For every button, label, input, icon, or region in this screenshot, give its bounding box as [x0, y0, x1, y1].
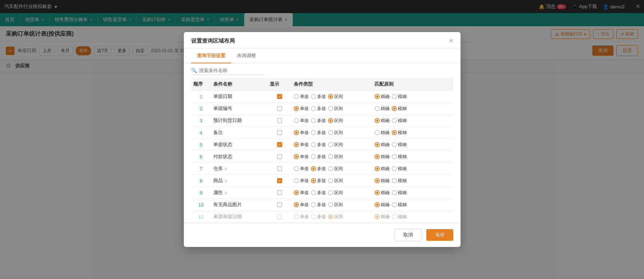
- row-order: 1: [191, 91, 211, 103]
- match-radio-match_exact[interactable]: 精确: [375, 106, 390, 112]
- type-radio-type_range[interactable]: 区间: [328, 154, 343, 160]
- radio-circle-icon: [294, 154, 299, 159]
- table-header-row: 顺序 条件名称 显示 条件类型 匹配原则: [191, 78, 453, 91]
- row-order: 11: [191, 211, 211, 223]
- row-type: 单值多值区间: [292, 115, 372, 127]
- match-radio-match_fuzzy[interactable]: 模糊: [392, 142, 407, 148]
- match-radio-match_fuzzy[interactable]: 模糊: [392, 118, 407, 124]
- show-checkbox[interactable]: ✓: [277, 142, 282, 147]
- radio-circle-icon: [294, 94, 299, 99]
- type-radio-type_range[interactable]: 区间: [328, 94, 343, 100]
- search-wrapper: 🔍: [191, 68, 264, 75]
- type-radio-type_range[interactable]: 区间: [328, 178, 343, 184]
- type-radio-type_single[interactable]: 单值: [294, 118, 309, 124]
- cancel-button[interactable]: 取消: [394, 229, 422, 241]
- radio-circle-icon: [328, 130, 333, 135]
- type-radio-type_range[interactable]: 区间: [328, 202, 343, 208]
- match-radio-match_exact[interactable]: 精确: [375, 142, 390, 148]
- type-radio-type_range[interactable]: 区间: [328, 166, 343, 172]
- radio-circle-icon: [392, 214, 397, 219]
- match-radio-match_exact[interactable]: 精确: [375, 154, 390, 160]
- type-radio-type_multi[interactable]: 多值: [311, 130, 326, 136]
- type-radio-type_single[interactable]: 单值: [294, 142, 309, 148]
- type-radio-type_single[interactable]: 单值: [294, 130, 309, 136]
- table-row: 10有无商品图片单值多值区间精确模糊: [191, 199, 453, 211]
- show-checkbox[interactable]: [277, 190, 282, 195]
- row-show: [268, 199, 292, 211]
- show-checkbox[interactable]: ✓: [277, 178, 282, 183]
- type-radio-type_single[interactable]: 单值: [294, 190, 309, 196]
- search-icon: 🔍: [191, 68, 197, 73]
- match-radio-match_fuzzy[interactable]: 模糊: [392, 130, 407, 136]
- match-radio-match_fuzzy[interactable]: 模糊: [392, 166, 407, 172]
- type-radio-type_range[interactable]: 区间: [328, 106, 343, 112]
- search-input[interactable]: [199, 68, 264, 73]
- type-radio-type_single[interactable]: 单值: [294, 154, 309, 160]
- type-radio-type_single[interactable]: 单值: [294, 166, 309, 172]
- match-radio-match_exact[interactable]: 精确: [375, 214, 390, 220]
- match-radio-match_fuzzy[interactable]: 模糊: [392, 106, 407, 112]
- match-radio-match_exact[interactable]: 精确: [375, 178, 390, 184]
- save-button[interactable]: 保存: [426, 229, 453, 241]
- row-show: ✓: [268, 139, 292, 151]
- radio-circle-icon: [328, 154, 333, 159]
- row-type: 单值多值区间: [292, 175, 372, 187]
- match-radio-match_fuzzy[interactable]: 模糊: [392, 178, 407, 184]
- type-radio-type_single[interactable]: 单值: [294, 106, 309, 112]
- radio-circle-icon: [392, 94, 397, 99]
- modal-tab-query-fields[interactable]: 查询字段设置: [191, 49, 231, 63]
- type-radio-type_multi[interactable]: 多值: [311, 166, 326, 172]
- show-checkbox[interactable]: [277, 130, 282, 135]
- type-radio-type_multi[interactable]: 多值: [311, 154, 326, 160]
- type-radio-type_range[interactable]: 区间: [328, 214, 343, 220]
- row-name: 预计到货日期: [211, 115, 268, 127]
- show-checkbox[interactable]: [277, 202, 282, 207]
- radio-circle-icon: [328, 190, 333, 195]
- match-radio-match_exact[interactable]: 精确: [375, 118, 390, 124]
- type-radio-type_range[interactable]: 区间: [328, 118, 343, 124]
- type-radio-type_multi[interactable]: 多值: [311, 94, 326, 100]
- match-radio-match_fuzzy[interactable]: 模糊: [392, 154, 407, 160]
- modal-tab-layout[interactable]: 布局调整: [231, 49, 262, 63]
- show-checkbox[interactable]: [277, 154, 282, 159]
- modal-title: 设置查询区域布局: [191, 38, 235, 44]
- row-name: 付款状态: [211, 151, 268, 163]
- match-radio-match_exact[interactable]: 精确: [375, 94, 390, 100]
- show-checkbox[interactable]: [277, 118, 282, 123]
- type-radio-type_range[interactable]: 区间: [328, 130, 343, 136]
- show-checkbox[interactable]: [277, 214, 282, 219]
- row-order: 2: [191, 103, 211, 115]
- type-radio-type_multi[interactable]: 多值: [311, 118, 326, 124]
- type-radio-type_multi[interactable]: 多值: [311, 106, 326, 112]
- match-radio-match_exact[interactable]: 精确: [375, 190, 390, 196]
- match-radio-match_fuzzy[interactable]: 模糊: [392, 94, 407, 100]
- table-row: 3预计到货日期单值多值区间精确模糊: [191, 115, 453, 127]
- type-radio-type_multi[interactable]: 多值: [311, 142, 326, 148]
- match-radio-match_fuzzy[interactable]: 模糊: [392, 202, 407, 208]
- match-radio-match_fuzzy[interactable]: 模糊: [392, 190, 407, 196]
- radio-circle-icon: [294, 166, 299, 171]
- type-radio-type_multi[interactable]: 多值: [311, 178, 326, 184]
- type-radio-type_range[interactable]: 区间: [328, 190, 343, 196]
- table-row: 6付款状态单值多值区间精确模糊: [191, 151, 453, 163]
- type-radio-type_single[interactable]: 单值: [294, 94, 309, 100]
- type-radio-type_single[interactable]: 单值: [294, 214, 309, 220]
- type-radio-type_single[interactable]: 单值: [294, 202, 309, 208]
- match-radio-match_fuzzy[interactable]: 模糊: [392, 214, 407, 220]
- show-checkbox[interactable]: [277, 166, 282, 171]
- match-radio-match_exact[interactable]: 精确: [375, 166, 390, 172]
- row-show: [268, 187, 292, 199]
- row-order: 9: [191, 187, 211, 199]
- type-radio-type_single[interactable]: 单值: [294, 178, 309, 184]
- show-checkbox[interactable]: ✓: [277, 94, 282, 99]
- show-checkbox[interactable]: [277, 106, 282, 111]
- radio-circle-icon: [392, 142, 397, 147]
- match-radio-match_exact[interactable]: 精确: [375, 202, 390, 208]
- radio-circle-icon: [375, 178, 380, 183]
- match-radio-match_exact[interactable]: 精确: [375, 130, 390, 136]
- type-radio-type_multi[interactable]: 多值: [311, 202, 326, 208]
- type-radio-type_multi[interactable]: 多值: [311, 190, 326, 196]
- type-radio-type_range[interactable]: 区间: [328, 142, 343, 148]
- modal-close-button[interactable]: ×: [449, 37, 453, 45]
- type-radio-type_multi[interactable]: 多值: [311, 214, 326, 220]
